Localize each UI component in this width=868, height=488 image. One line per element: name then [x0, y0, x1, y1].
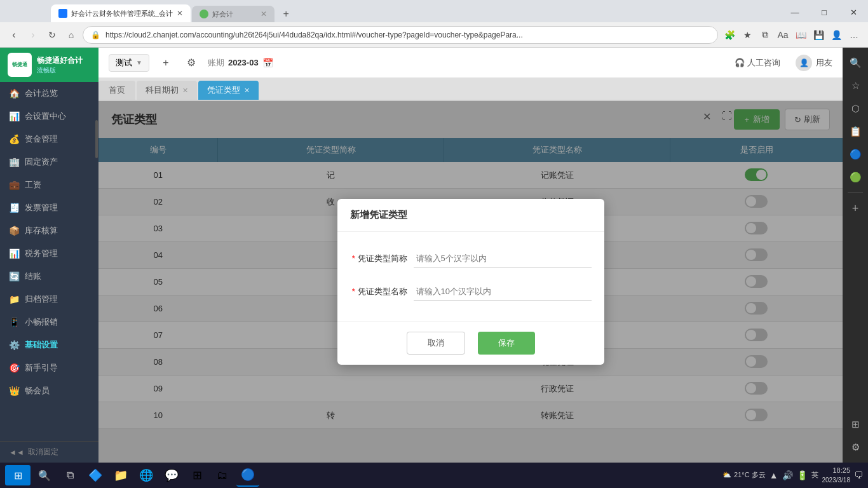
modal-dialog: 新增凭证类型 * 凭证类型简称	[337, 199, 604, 365]
help-btn[interactable]: 🎧 人工咨询	[735, 57, 780, 69]
more-btn[interactable]: …	[846, 27, 862, 43]
user-name: 用友	[816, 57, 832, 69]
wechat-btn[interactable]: 💬	[160, 464, 183, 487]
nav-refresh[interactable]: ↻	[44, 27, 60, 43]
name-input[interactable]	[414, 283, 592, 301]
sidebar-item-settings[interactable]: ⚙️ 基础设置	[0, 334, 98, 356]
tab-subject[interactable]: 科目期初 ✕	[137, 81, 197, 100]
user-btn[interactable]: 👤 用友	[796, 55, 832, 71]
archive-icon: 📁	[9, 294, 20, 304]
language-btn[interactable]: 英	[811, 470, 818, 480]
close-button[interactable]: ✕	[839, 2, 868, 22]
sidebar-item-overview[interactable]: 🏠 会计总览	[0, 82, 98, 105]
edge-taskbar-btn[interactable]: 🔷	[84, 464, 107, 487]
sidebar-item-guide[interactable]: 🎯 新手引导	[0, 356, 98, 379]
period-value: 2023-03	[228, 58, 259, 67]
tab2-close[interactable]: ✕	[261, 10, 267, 18]
splitview-btn[interactable]: ⧉	[757, 27, 773, 43]
workspace-arrow: ▼	[136, 59, 142, 66]
add-workspace-btn[interactable]: +	[157, 54, 175, 72]
rs-search-btn[interactable]: 🔍	[845, 53, 865, 73]
sidebar-item-assets[interactable]: 🏢 固定资产	[0, 151, 98, 173]
maximize-button[interactable]: □	[810, 2, 839, 22]
sidebar-item-member[interactable]: 👑 畅会员	[0, 379, 98, 402]
save-btn[interactable]: 💾	[811, 27, 826, 43]
assets-icon: 🏢	[9, 157, 20, 167]
browser-tools: 🧩 ★ ⧉ Aa 📖 💾 👤 …	[722, 27, 862, 43]
rs-clipboard-btn[interactable]: 📋	[845, 121, 865, 142]
notification-btn[interactable]: 🗨	[854, 470, 863, 480]
cancel-button[interactable]: 取消	[407, 332, 465, 355]
sidebar-item-closing[interactable]: 🔄 结账	[0, 265, 98, 288]
url-text: https://cloud2.chanjet.com/accounting/uh…	[105, 30, 710, 39]
nav-forward[interactable]: ›	[25, 27, 41, 43]
tab-home[interactable]: 首页	[98, 81, 135, 100]
settings-btn[interactable]: ⚙	[182, 54, 200, 72]
rs-collections-btn[interactable]: ⬡	[845, 98, 865, 119]
calendar-icon[interactable]: 📅	[262, 58, 273, 68]
modal-overlay: 新增凭证类型 * 凭证类型简称	[98, 101, 843, 463]
tab-bar: 首页 科目期初 ✕ 凭证类型 ✕	[98, 78, 843, 101]
time-display[interactable]: 18:25 2023/3/18	[822, 466, 851, 484]
closing-icon: 🔄	[9, 271, 20, 281]
apps-btn[interactable]: ⊞	[186, 464, 208, 487]
favorites-btn[interactable]: ★	[740, 27, 755, 43]
abbr-input[interactable]	[414, 250, 592, 268]
sidebar-item-salary[interactable]: 💼 工资	[0, 173, 98, 196]
member-icon: 👑	[9, 386, 20, 396]
tab1-close[interactable]: ✕	[177, 9, 183, 18]
logo-icon: 畅捷通	[8, 53, 32, 77]
help-label: 人工咨询	[747, 57, 780, 69]
search-btn[interactable]: 🔍	[33, 464, 56, 487]
modal-title: 新增凭证类型	[350, 209, 407, 221]
form-row-abbr: * 凭证类型简称	[350, 250, 592, 268]
network-icon[interactable]: ▲	[770, 470, 778, 480]
rs-grid-btn[interactable]: ⊞	[845, 414, 865, 435]
workspace-selector[interactable]: 测试 ▼	[109, 54, 149, 72]
voucher-tab-close[interactable]: ✕	[244, 86, 250, 95]
nav-back[interactable]: ‹	[6, 27, 22, 43]
save-button[interactable]: 保存	[478, 332, 535, 355]
sidebar-item-archive[interactable]: 📁 归档管理	[0, 288, 98, 311]
rs-config-btn[interactable]: ⚙	[845, 437, 865, 458]
unpin-label: 取消固定	[28, 447, 58, 458]
nav-home[interactable]: ⌂	[64, 27, 79, 43]
new-tab-button[interactable]: +	[277, 6, 295, 22]
logo-edition: 流畅版	[37, 66, 83, 75]
rs-circle-btn[interactable]: 🔵	[845, 144, 865, 165]
rs-add-btn[interactable]: +	[845, 198, 865, 219]
browser-tab-1[interactable]: 好会计云财务软件管理系统_会计 ✕	[51, 4, 191, 22]
sidebar-item-tax[interactable]: 📊 税务管理	[0, 242, 98, 265]
sidebar-item-inventory[interactable]: 📦 库存核算	[0, 219, 98, 242]
task-view-btn[interactable]: ⧉	[58, 464, 81, 487]
weather-icon: ⛅	[722, 471, 731, 479]
volume-icon[interactable]: 🔊	[782, 470, 793, 480]
edge2-btn[interactable]: 🔵	[236, 464, 259, 487]
subject-tab-close[interactable]: ✕	[182, 86, 188, 95]
translate-btn[interactable]: Aa	[775, 27, 790, 43]
chrome-btn[interactable]: 🌐	[135, 464, 158, 487]
period-container: 账期 2023-03 📅	[208, 57, 273, 69]
weather-info[interactable]: ⛅ 21°C 多云	[722, 470, 766, 480]
name-label: * 凭证类型名称	[350, 286, 414, 297]
tab-voucher-type[interactable]: 凭证类型 ✕	[198, 81, 259, 100]
sidebar-item-invoice[interactable]: 🧾 发票管理	[0, 196, 98, 219]
start-button[interactable]: ⊞	[5, 465, 31, 485]
minimize-button[interactable]: —	[780, 2, 810, 22]
read-btn[interactable]: 📖	[793, 27, 808, 43]
profile-btn[interactable]: 👤	[829, 27, 844, 43]
sidebar-item-funds[interactable]: 💰 资金管理	[0, 128, 98, 151]
battery-icon[interactable]: 🔋	[797, 470, 808, 480]
sidebar-footer[interactable]: ◄◄ 取消固定	[0, 441, 98, 463]
extensions-btn[interactable]: 🧩	[722, 27, 737, 43]
folder-btn[interactable]: 🗂	[211, 464, 234, 487]
rs-star-btn[interactable]: ☆	[845, 76, 865, 96]
logo-name: 畅捷通好合计	[37, 55, 83, 66]
url-bar[interactable]: 🔒 https://cloud2.chanjet.com/accounting/…	[83, 26, 718, 44]
sidebar-item-center[interactable]: 📊 会设置中心	[0, 105, 98, 128]
rs-edge-btn[interactable]: 🟢	[845, 167, 865, 187]
browser-tab-2[interactable]: 好会计 ✕	[192, 6, 275, 22]
sidebar-item-expense[interactable]: 📱 小畅报销	[0, 311, 98, 334]
file-explorer-btn[interactable]: 📁	[109, 464, 132, 487]
abbr-label: * 凭证类型简称	[350, 253, 414, 264]
